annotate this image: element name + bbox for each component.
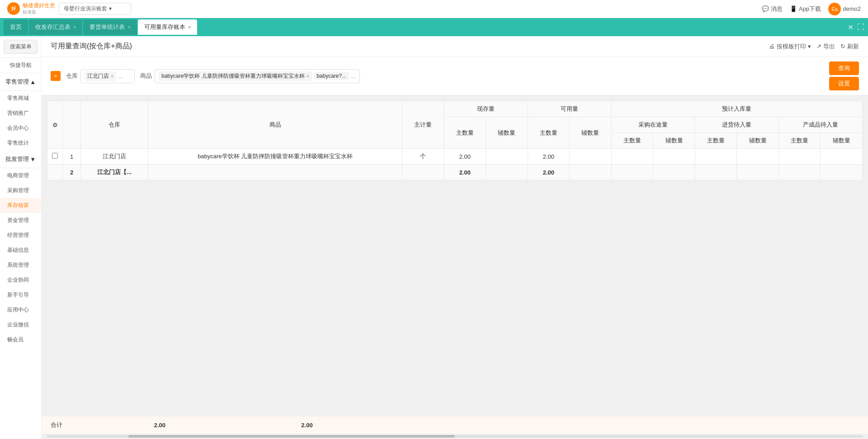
filter-bar: » 仓库 江北门店 × ... 商品 babycare学饮杯 儿童防摔防撞吸管杯… [42,57,868,95]
footer-stock-aux [197,422,270,429]
logo-text: 畅捷通好生意 [23,2,55,9]
col-warehouse-header: 仓库 [81,101,148,149]
quick-nav-btn[interactable]: 快捷导航 [0,58,41,73]
sidebar-item-enterprise-coop[interactable]: 企业协同 [0,273,41,288]
tab-order-stats-close[interactable]: × [127,24,130,30]
warehouse-tag-close[interactable]: × [111,73,113,79]
warehouse-input[interactable]: 江北门店 × ... [80,69,135,83]
row1-warehouse: 江北门店 [81,149,148,165]
sidebar-item-system[interactable]: 系统管理 [0,258,41,273]
row2-num: 2 [63,165,81,180]
sidebar-item-enterprise-wechat[interactable]: 企业微信 [0,317,41,332]
row1-production-main [778,149,821,165]
query-btn[interactable]: 查询 [829,61,859,75]
product-filter-label: 商品 [140,72,152,80]
message-label: 消息 [771,5,783,13]
industry-selector[interactable]: 母婴行业演示账套 ▾ [59,3,131,15]
sidebar-item-inventory[interactable]: 库存核算 [0,198,41,213]
warehouse-more[interactable]: ... [118,73,123,80]
product-tag1-text: babycare学饮杯 儿童防摔防撞吸管杯重力球吸嘴杯宝宝水杯 [161,72,305,80]
download-label: App下载 [799,5,821,13]
tab-home-label: 首页 [10,23,22,31]
row2-available-aux [570,165,612,180]
refresh-icon: ↻ [840,43,845,50]
user-area[interactable]: Ea demo2 [828,3,861,15]
tab-available-stock[interactable]: 可用量库存账本 × [138,19,197,35]
expand-icon[interactable]: ⛶ [857,23,864,32]
sidebar-item-vip-member[interactable]: 畅会员 [0,332,41,347]
sidebar: 搜索菜单 快捷导航 零售管理 ▲ 零售商城 营销推广 会员中心 零售统计 批发管… [0,36,42,439]
tab-receipts[interactable]: 收发存汇总表 × [29,19,82,35]
page-actions: 🖨 按模板打印 ▾ ↗ 导出 ↻ 刷新 [769,42,859,51]
print-btn[interactable]: 🖨 按模板打印 ▾ [769,42,811,51]
col-available-main-header: 主数量 [528,117,570,149]
horizontal-scrollbar[interactable] [42,434,868,439]
warehouse-filter-group: 仓库 江北门店 × ... [66,69,135,83]
print-chevron: ▾ [808,43,811,50]
row2-production-aux [821,165,863,180]
logo-text-area: 畅捷通好生意 标准版 [23,2,55,15]
footer-production-aux [785,422,859,429]
row2-incoming-aux [737,165,779,180]
tab-bar: 首页 收发存汇总表 × 要货单统计表 × 可用量库存账本 × ✕ ⛶ [0,18,868,36]
product-tag1-close[interactable]: × [307,73,309,79]
top-bar-right: 💬 消息 📱 App下载 Ea demo2 [762,3,861,15]
sidebar-item-marketing[interactable]: 营销推广 [0,106,41,121]
download-btn[interactable]: 📱 App下载 [790,5,821,13]
sidebar-item-operations[interactable]: 经营管理 [0,228,41,243]
sidebar-item-basic-info[interactable]: 基础信息 [0,243,41,258]
print-icon: 🖨 [769,43,775,50]
sidebar-item-purchase[interactable]: 采购管理 [0,183,41,198]
logo-sub: 标准版 [23,9,55,15]
sidebar-item-new-guide[interactable]: 新手引导 [0,288,41,302]
row1-num: 1 [63,149,81,165]
row2-stock-aux [486,165,528,180]
footer-purchase-main [417,422,491,429]
refresh-label: 刷新 [847,42,859,51]
warehouse-tag-text: 江北门店 [87,72,109,80]
product-more[interactable]: ... [351,73,356,80]
row1-stock-main: 2.00 [444,149,486,165]
tab-receipts-close[interactable]: × [73,24,76,30]
col-incoming-aux: 辅数量 [737,133,779,149]
close-window-icon[interactable]: ✕ [848,23,854,32]
row2-checkbox[interactable] [47,165,63,180]
row1-check[interactable] [52,153,58,159]
col-purchase-aux: 辅数量 [653,133,695,149]
product-input[interactable]: babycare学饮杯 儿童防摔防撞吸管杯重力球吸嘴杯宝宝水杯 × babyca… [155,69,360,83]
settings-btn[interactable]: 设置 [829,77,859,90]
top-bar: 好 畅捷通好生意 标准版 母婴行业演示账套 ▾ 💬 消息 📱 App下载 Ea … [0,0,868,18]
message-btn[interactable]: 💬 消息 [762,5,783,13]
search-menu-btn[interactable]: 搜索菜单 [4,40,38,54]
tab-available-stock-close[interactable]: × [188,24,191,30]
sidebar-wholesale-title[interactable]: 批发管理 ▼ [0,151,41,168]
tab-home[interactable]: 首页 [4,19,28,35]
row1-product: babycare学饮杯 儿童防摔防撞吸管杯重力球吸嘴杯宝宝水杯 [148,149,402,165]
col-incoming-header: 进货待入量 [695,117,778,133]
row1-checkbox[interactable] [47,149,63,165]
col-purchase-main: 主数量 [611,133,653,149]
refresh-btn[interactable]: ↻ 刷新 [840,42,859,51]
sidebar-item-ecommerce[interactable]: 电商管理 [0,168,41,183]
row2-unit [402,165,444,180]
sidebar-item-member-center[interactable]: 会员中心 [0,121,41,136]
filter-toggle-btn[interactable]: » [51,71,61,81]
footer-available-aux [344,422,417,429]
sidebar-item-retail-stats[interactable]: 零售统计 [0,136,41,151]
sidebar-retail-mgmt-title[interactable]: 零售管理 ▲ [0,73,41,90]
footer-incoming-aux [638,422,712,429]
sidebar-item-retail-mall[interactable]: 零售商城 [0,91,41,106]
col-current-stock-header: 现存量 [444,101,528,117]
export-btn[interactable]: ↗ 导出 [816,42,835,51]
scrollbar-thumb[interactable] [128,435,455,438]
col-production-aux: 辅数量 [821,133,863,149]
row1-incoming-main [695,149,737,165]
tab-order-stats[interactable]: 要货单统计表 × [83,19,137,35]
footer-values: 2.00 2.00 [123,422,859,429]
sidebar-item-finance[interactable]: 资金管理 [0,213,41,228]
col-planned-header: 预计入库量 [611,101,862,117]
mobile-icon: 📱 [790,5,797,12]
col-settings[interactable]: ⚙ [47,101,63,149]
sidebar-item-app-center[interactable]: 应用中心 [0,302,41,317]
data-table: ⚙ 仓库 商品 主计量 现存量 可用量 预计入库量 主数量 辅数量 主数量 [47,101,863,180]
